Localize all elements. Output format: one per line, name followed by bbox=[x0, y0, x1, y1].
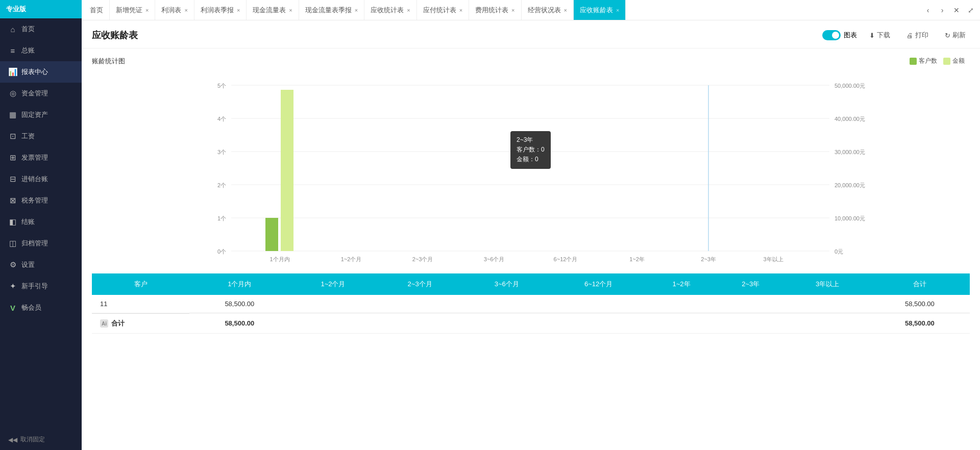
tab-operation[interactable]: 经营状况表 × bbox=[522, 0, 574, 20]
refresh-label: 刷新 bbox=[952, 31, 966, 40]
table-header: 客户 1个月内 1~2个月 2~3个月 3~6个月 6~12个月 1~2年 2~… bbox=[92, 273, 970, 295]
download-btn[interactable]: ⬇ 下载 bbox=[865, 29, 894, 42]
col-ymore: 3年以上 bbox=[785, 273, 869, 295]
tab-voucher-close[interactable]: × bbox=[145, 7, 149, 13]
tab-home-label: 首页 bbox=[90, 6, 103, 15]
cell-ymore bbox=[785, 295, 869, 313]
sidebar-pin-toggle[interactable]: ◀◀ 取消固定 bbox=[0, 429, 82, 450]
tax-icon: ⊠ bbox=[8, 196, 17, 205]
sidebar-label-funds: 资金管理 bbox=[21, 89, 48, 98]
sidebar-item-assets[interactable]: ▦ 固定资产 bbox=[0, 104, 82, 126]
svg-text:2~3年: 2~3年 bbox=[701, 256, 716, 262]
sidebar-item-ledger[interactable]: ≡ 总账 bbox=[0, 40, 82, 61]
cell-y2 bbox=[647, 295, 716, 313]
tab-payable-stat-close[interactable]: × bbox=[459, 7, 462, 13]
tab-home[interactable]: 首页 bbox=[84, 0, 110, 20]
cell-customer: 11 bbox=[92, 295, 189, 313]
cell-m6 bbox=[463, 295, 550, 313]
tab-profit-quarterly[interactable]: 利润表季报 × bbox=[194, 0, 247, 20]
page-header: 应收账龄表 图表 ⬇ 下载 🖨 打印 ↻ 刷新 bbox=[82, 20, 980, 48]
print-icon: 🖨 bbox=[906, 32, 913, 39]
tab-expense-stat-label: 费用统计表 bbox=[475, 6, 508, 15]
tab-receivable-stat-close[interactable]: × bbox=[407, 7, 410, 13]
sidebar-item-home[interactable]: ⌂ 首页 bbox=[0, 18, 82, 40]
svg-text:2个: 2个 bbox=[217, 182, 226, 188]
tab-bar-inner: 首页 新增凭证 × 利润表 × 利润表季报 × 现金流量表 × 现金流量表季报 … bbox=[84, 0, 921, 20]
sidebar: 专业版 ⌂ 首页 ≡ 总账 📊 报表中心 ◎ 资金管理 ▦ 固定资产 ⊡ 工资 … bbox=[0, 0, 82, 450]
sidebar-label-ledger: 总账 bbox=[21, 46, 35, 55]
tab-expense-stat-close[interactable]: × bbox=[511, 7, 514, 13]
svg-text:40,000.00元: 40,000.00元 bbox=[835, 116, 865, 122]
tab-expense-stat[interactable]: 费用统计表 × bbox=[469, 0, 521, 20]
total-label: 合计 bbox=[111, 319, 125, 328]
home-icon: ⌂ bbox=[8, 25, 17, 34]
tab-close-all[interactable]: ✕ bbox=[949, 3, 964, 17]
total-y2 bbox=[647, 313, 716, 334]
sidebar-item-reports[interactable]: 📊 报表中心 bbox=[0, 61, 82, 83]
svg-text:3~6个月: 3~6个月 bbox=[484, 256, 505, 262]
bar-count-1[interactable] bbox=[265, 218, 278, 251]
pin-icon: ◀◀ bbox=[8, 436, 17, 443]
total-m3 bbox=[377, 313, 463, 334]
tab-profit[interactable]: 利润表 × bbox=[155, 0, 194, 20]
tab-profit-quarterly-close[interactable]: × bbox=[237, 7, 240, 13]
col-m6: 3~6个月 bbox=[463, 273, 550, 295]
tab-scroll-left[interactable]: ‹ bbox=[921, 3, 935, 17]
tab-cashflow-close[interactable]: × bbox=[289, 7, 292, 13]
data-table: 客户 1个月内 1~2个月 2~3个月 3~6个月 6~12个月 1~2年 2~… bbox=[92, 273, 970, 334]
tab-payable-stat[interactable]: 应付统计表 × bbox=[417, 0, 469, 20]
tab-scroll-right[interactable]: › bbox=[935, 3, 949, 17]
legend-count-dot bbox=[910, 58, 917, 65]
svg-text:0元: 0元 bbox=[835, 248, 843, 255]
sidebar-item-invoice[interactable]: ⊞ 发票管理 bbox=[0, 147, 82, 168]
tab-voucher[interactable]: 新增凭证 × bbox=[110, 0, 155, 20]
svg-text:0个: 0个 bbox=[217, 248, 226, 255]
sidebar-item-closing[interactable]: ◧ 结账 bbox=[0, 211, 82, 233]
tab-receivable-stat[interactable]: 应收统计表 × bbox=[364, 0, 416, 20]
print-btn[interactable]: 🖨 打印 bbox=[902, 29, 933, 42]
funds-icon: ◎ bbox=[8, 89, 17, 98]
tab-operation-close[interactable]: × bbox=[564, 7, 567, 13]
page-title: 应收账龄表 bbox=[92, 29, 138, 41]
guide-icon: ✦ bbox=[8, 282, 17, 291]
sidebar-item-salary[interactable]: ⊡ 工资 bbox=[0, 126, 82, 147]
tab-cashflow-quarterly-close[interactable]: × bbox=[355, 7, 358, 13]
col-m1: 1个月内 bbox=[189, 273, 289, 295]
table-total-row: Ai 合计 58,500.00 58,500.00 bbox=[92, 313, 970, 334]
tab-profit-close[interactable]: × bbox=[184, 7, 187, 13]
chart-svg: 0个 1个 2个 3个 4个 5个 0元 10,000.00元 20,000.0… bbox=[92, 70, 970, 264]
tab-aging-label: 应收账龄表 bbox=[580, 6, 613, 15]
svg-text:1~2个月: 1~2个月 bbox=[341, 256, 362, 262]
total-total: 58,500.00 bbox=[870, 313, 970, 334]
sidebar-label-guide: 新手引导 bbox=[21, 282, 48, 291]
tab-voucher-label: 新增凭证 bbox=[116, 6, 142, 15]
tab-cashflow[interactable]: 现金流量表 × bbox=[247, 0, 299, 20]
sidebar-label-settings: 设置 bbox=[21, 260, 35, 269]
tab-aging-close[interactable]: × bbox=[616, 7, 619, 13]
sidebar-label-home: 首页 bbox=[21, 24, 35, 34]
tab-cashflow-quarterly[interactable]: 现金流量表季报 × bbox=[299, 0, 364, 20]
refresh-btn[interactable]: ↻ 刷新 bbox=[941, 29, 970, 42]
table-row: 11 58,500.00 58,500.00 bbox=[92, 295, 970, 313]
sidebar-item-purchase[interactable]: ⊟ 进销台账 bbox=[0, 168, 82, 190]
sidebar-item-member[interactable]: V 畅会员 bbox=[0, 297, 82, 318]
chart-toggle[interactable] bbox=[822, 30, 841, 40]
col-total: 合计 bbox=[870, 273, 970, 295]
sidebar-item-funds[interactable]: ◎ 资金管理 bbox=[0, 83, 82, 104]
sidebar-item-tax[interactable]: ⊠ 税务管理 bbox=[0, 190, 82, 211]
total-m6 bbox=[463, 313, 550, 334]
total-y3 bbox=[716, 313, 786, 334]
sidebar-logo: 专业版 bbox=[0, 0, 82, 18]
bar-amount-1[interactable] bbox=[281, 90, 293, 251]
total-icon: Ai bbox=[100, 319, 108, 328]
sidebar-label-purchase: 进销台账 bbox=[21, 174, 48, 184]
chart-svg-wrap: 0个 1个 2个 3个 4个 5个 0元 10,000.00元 20,000.0… bbox=[92, 70, 970, 265]
tab-fullscreen[interactable]: ⤢ bbox=[964, 3, 978, 17]
tab-aging[interactable]: 应收账龄表 × bbox=[574, 0, 626, 20]
chart-toggle-label: 图表 bbox=[844, 31, 857, 40]
total-label-cell: Ai 合计 bbox=[92, 313, 189, 333]
sidebar-item-guide[interactable]: ✦ 新手引导 bbox=[0, 276, 82, 297]
sidebar-item-archive[interactable]: ◫ 归档管理 bbox=[0, 233, 82, 254]
cell-total: 58,500.00 bbox=[870, 295, 970, 313]
sidebar-item-settings[interactable]: ⚙ 设置 bbox=[0, 254, 82, 276]
